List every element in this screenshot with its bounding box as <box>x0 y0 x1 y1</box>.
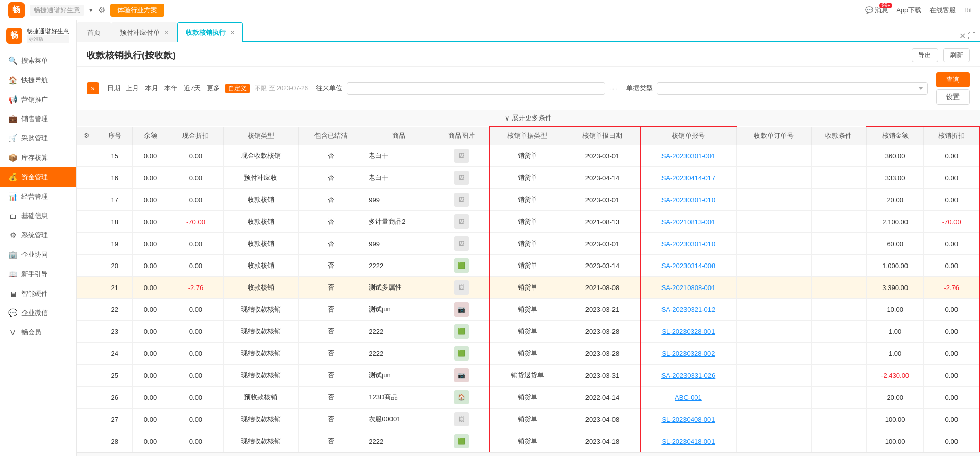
filter-last-7days[interactable]: 近7天 <box>182 83 203 94</box>
tab-receipt-label: 收款核销执行 <box>186 28 226 37</box>
row-verify-bill-no[interactable]: SA-20230331-026 <box>640 365 736 387</box>
query-button[interactable]: 查询 <box>936 72 970 87</box>
tab-close-all-icon[interactable]: ✕ <box>959 31 966 41</box>
table-wrap[interactable]: ⚙ 序号 余额 现金折扣 核销类型 包含已结清 商品 商品图片 核销单据类型 核… <box>77 126 980 456</box>
row-goods-img: 🟩 <box>434 430 489 452</box>
sidebar-label-quicknav: 快捷导航 <box>21 76 48 85</box>
row-receipt-condition <box>811 277 866 299</box>
filter-unit-input[interactable] <box>347 82 605 95</box>
row-verify-bill-no[interactable]: SA-20210808-001 <box>640 277 736 299</box>
row-verify-bill-no[interactable]: SA-20230301-010 <box>640 233 736 255</box>
sidebar-item-search[interactable]: 🔍 搜索菜单 <box>0 51 76 70</box>
refresh-button[interactable]: 刷新 <box>943 48 970 62</box>
sidebar-item-marketing[interactable]: 📢 营销推广 <box>0 90 76 109</box>
row-gear <box>77 255 97 277</box>
sidebar-item-inventory[interactable]: 📦 库存核算 <box>0 148 76 167</box>
row-verify-bill-no[interactable]: SA-20230301-010 <box>640 189 736 211</box>
row-verify-bill-no[interactable]: SL-20230408-001 <box>640 409 736 430</box>
row-receipt-order-no <box>736 321 811 343</box>
export-button[interactable]: 导出 <box>912 48 938 62</box>
sidebar-item-guide[interactable]: 📖 新手引导 <box>0 265 76 284</box>
row-gear <box>77 299 97 321</box>
tab-bar: 首页 预付冲应付单 × 收款核销执行 × ✕ ⛶ <box>77 20 980 42</box>
page-header: 收款核销执行(按收款) 导出 刷新 <box>77 42 980 67</box>
tab-prepay[interactable]: 预付冲应付单 × <box>111 22 177 42</box>
filter-bar: » 日期 上月 本月 本年 近7天 更多 自定义 不限 至 2023-07-26 <box>77 67 980 110</box>
row-verify-bill-no[interactable]: SA-20230414-017 <box>640 167 736 189</box>
settings-button[interactable]: 设置 <box>936 89 970 105</box>
message-btn[interactable]: 💬 消息 99+ <box>865 6 889 15</box>
row-cash-discount: 0.00 <box>168 299 223 321</box>
filter-more-dates[interactable]: 更多 <box>205 83 222 94</box>
table-row: 19 0.00 0.00 收款核销 否 999 🖼 销货单 2023-03-01… <box>77 233 979 255</box>
row-verify-bill-no[interactable]: ABC-001 <box>640 387 736 409</box>
row-balance: 0.00 <box>133 299 168 321</box>
online-service-btn[interactable]: 在线客服 <box>929 6 956 15</box>
filter-bill-type-select[interactable] <box>657 82 928 95</box>
row-verify-amount: 1.00 <box>866 321 924 343</box>
sidebar-item-sales[interactable]: 💼 销售管理 <box>0 109 76 129</box>
sales-icon: 💼 <box>8 114 17 124</box>
settings-gear-icon[interactable]: ⚙ <box>98 5 105 15</box>
sidebar-item-purchase[interactable]: 🛒 采购管理 <box>0 129 76 148</box>
row-gear <box>77 409 97 430</box>
row-verify-bill-no[interactable]: SA-20230301-001 <box>640 145 736 167</box>
company-dropdown-icon[interactable]: ▾ <box>89 6 93 14</box>
row-verify-type: 收款核销 <box>224 211 299 233</box>
row-verify-bill-no[interactable]: SA-20210813-001 <box>640 211 736 233</box>
row-balance: 0.00 <box>133 211 168 233</box>
filter-this-year[interactable]: 本年 <box>162 83 180 94</box>
tab-receipt[interactable]: 收款核销执行 × <box>177 22 243 42</box>
tab-maximize-icon[interactable]: ⛶ <box>968 32 976 41</box>
row-verify-bill-date: 2023-03-01 <box>565 189 641 211</box>
sidebar-item-hardware[interactable]: 🖥 智能硬件 <box>0 284 76 303</box>
sidebar-item-finance[interactable]: 💰 资金管理 <box>0 167 76 187</box>
user-name[interactable]: Rit <box>964 7 972 14</box>
filter-last-month[interactable]: 上月 <box>124 83 141 94</box>
row-verify-bill-no[interactable]: SL-20230328-002 <box>640 343 736 365</box>
th-verify-type: 核销类型 <box>224 127 299 145</box>
th-goods-img: 商品图片 <box>434 127 489 145</box>
row-verify-bill-type: 销货单 <box>489 430 565 452</box>
goods-img-thumb: 🖼 <box>454 149 469 163</box>
row-verify-bill-no[interactable]: SA-20230314-008 <box>640 255 736 277</box>
row-balance: 0.00 <box>133 387 168 409</box>
filter-expand-button[interactable]: » <box>87 82 99 94</box>
row-verify-amount: 60.00 <box>866 233 924 255</box>
row-goods-img: 🖼 <box>434 145 489 167</box>
row-cash-discount: 0.00 <box>168 255 223 277</box>
industry-btn[interactable]: 体验行业方案 <box>110 4 164 17</box>
row-goods: 测试多属性 <box>363 277 434 299</box>
row-balance: 0.00 <box>133 255 168 277</box>
row-receipt-condition <box>811 189 866 211</box>
th-verify-bill-no: 核销单报号 <box>640 127 736 145</box>
tab-home[interactable]: 首页 <box>77 22 111 42</box>
tab-receipt-close[interactable]: × <box>231 29 234 36</box>
sidebar-item-member[interactable]: V 畅会员 <box>0 323 76 342</box>
row-verify-type: 收款核销 <box>224 233 299 255</box>
row-goods-img: 🖼 <box>434 277 489 299</box>
row-gear <box>77 233 97 255</box>
filter-custom-btn[interactable]: 自定义 <box>225 84 250 93</box>
sidebar-item-quicknav[interactable]: 🏠 快捷导航 <box>0 70 76 90</box>
row-verify-bill-no[interactable]: SL-20230418-001 <box>640 430 736 452</box>
row-verify-bill-no[interactable]: SL-20230328-001 <box>640 321 736 343</box>
row-gear <box>77 321 97 343</box>
expand-more-bar[interactable]: ∨ 展开更多条件 <box>77 110 980 126</box>
sidebar-item-system[interactable]: ⚙ 系统管理 <box>0 226 76 245</box>
row-verify-type: 现结收款核销 <box>224 409 299 430</box>
sidebar-item-wechat[interactable]: 💬 企业微信 <box>0 303 76 323</box>
sidebar-item-basic[interactable]: 🗂 基础信息 <box>0 206 76 226</box>
sidebar-item-enterprise[interactable]: 🏢 企业协同 <box>0 245 76 265</box>
row-verify-discount: 0.00 <box>924 409 979 430</box>
sidebar-item-operations[interactable]: 📊 经营管理 <box>0 187 76 206</box>
column-settings-icon[interactable]: ⚙ <box>84 132 90 139</box>
expand-more-label: 展开更多条件 <box>512 113 552 123</box>
app-download-btn[interactable]: App下载 <box>896 6 921 15</box>
row-receipt-condition <box>811 299 866 321</box>
filter-this-month[interactable]: 本月 <box>143 83 160 94</box>
row-verify-bill-date: 2023-03-21 <box>565 299 641 321</box>
tab-prepay-close[interactable]: × <box>165 29 168 36</box>
row-verify-bill-type: 销货单 <box>489 145 565 167</box>
row-verify-bill-no[interactable]: SA-20230321-012 <box>640 299 736 321</box>
